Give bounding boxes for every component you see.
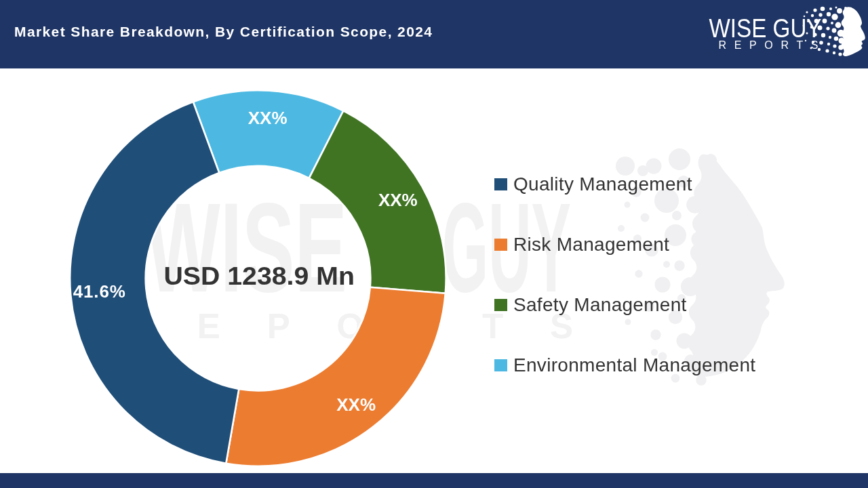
svg-text:XX%: XX% xyxy=(336,394,376,415)
svg-text:USD 1238.9 Mn: USD 1238.9 Mn xyxy=(164,262,355,290)
svg-text:Market Share Breakdown, By Cer: Market Share Breakdown, By Certification… xyxy=(14,24,432,39)
svg-text:XX%: XX% xyxy=(248,108,288,128)
svg-text:41.6%: 41.6% xyxy=(73,281,126,302)
svg-text:XX%: XX% xyxy=(378,190,418,210)
